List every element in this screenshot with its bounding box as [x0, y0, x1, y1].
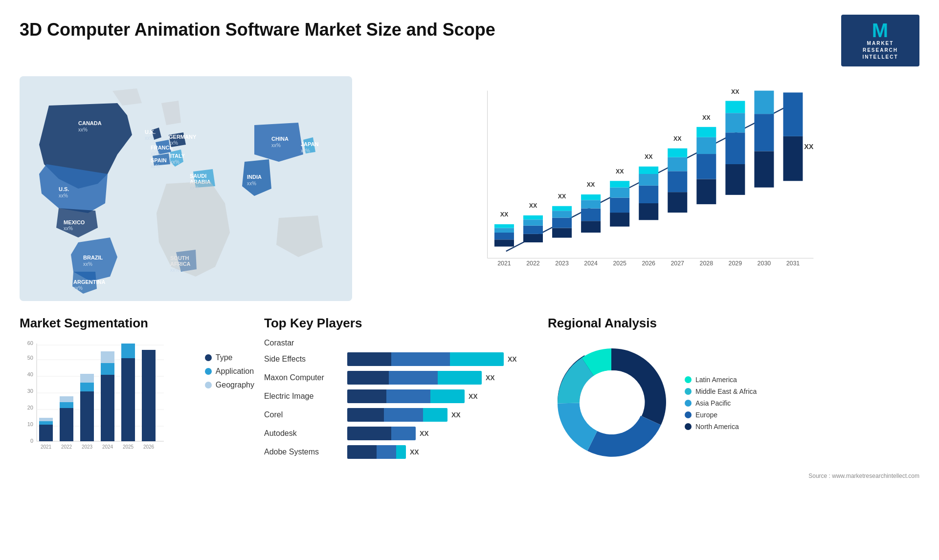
- uk-label: U.K.: [145, 129, 156, 135]
- player-xx-maxon: XX: [486, 374, 495, 382]
- svg-text:30: 30: [27, 388, 33, 394]
- svg-text:xx%: xx%: [64, 226, 73, 231]
- svg-text:2030: 2030: [758, 260, 771, 267]
- svg-rect-104: [60, 408, 73, 441]
- svg-rect-119: [142, 350, 156, 441]
- north-america-label: North America: [695, 423, 739, 431]
- svg-rect-47: [610, 198, 629, 213]
- top-section: CANADA xx% U.S. xx% MEXICO xx% BRAZIL xx…: [20, 76, 919, 301]
- svg-rect-64: [696, 179, 716, 204]
- player-adobe: Adobe Systems XX: [264, 445, 538, 459]
- middle-east-africa-label: Middle East & Africa: [695, 388, 757, 395]
- svg-rect-101: [39, 421, 53, 425]
- svg-text:xx%: xx%: [170, 159, 179, 165]
- svg-rect-22: [494, 239, 514, 246]
- svg-rect-100: [39, 425, 53, 441]
- seg-chart-svg-wrap: 0 10 20 30 40 50 60: [20, 339, 195, 463]
- svg-text:2027: 2027: [671, 260, 684, 267]
- svg-text:2026: 2026: [642, 260, 655, 267]
- application-dot: [205, 368, 212, 375]
- svg-text:xx%: xx%: [301, 148, 310, 153]
- svg-rect-106: [60, 396, 73, 402]
- player-name-electric: Electric Image: [264, 392, 342, 401]
- svg-text:xx%: xx%: [271, 143, 281, 148]
- logo-m-letter: M: [872, 21, 889, 40]
- svg-rect-116: [121, 358, 135, 441]
- europe-label: Europe: [695, 411, 717, 419]
- key-players-title: Top Key Players: [264, 316, 538, 331]
- geography-dot: [205, 382, 212, 388]
- logo: M MARKET RESEARCH INTELLECT: [841, 15, 919, 66]
- svg-rect-117: [121, 344, 135, 358]
- svg-text:2024: 2024: [584, 260, 598, 267]
- svg-rect-53: [639, 186, 658, 203]
- svg-rect-109: [80, 383, 94, 391]
- europe-dot: [685, 411, 692, 418]
- asia-pacific-dot: [685, 400, 692, 407]
- svg-rect-102: [39, 418, 53, 421]
- svg-text:xx%: xx%: [247, 181, 256, 186]
- svg-text:2021: 2021: [41, 444, 52, 450]
- key-players-section: Top Key Players Corastar Side Effects: [264, 316, 538, 479]
- svg-rect-36: [552, 211, 572, 217]
- svg-rect-46: [610, 213, 629, 227]
- regional-title: Regional Analysis: [548, 316, 919, 331]
- svg-text:XX: XX: [760, 86, 768, 87]
- svg-rect-52: [639, 203, 658, 220]
- svg-rect-78: [754, 91, 774, 114]
- svg-rect-77: [754, 114, 774, 151]
- svg-rect-48: [610, 188, 629, 198]
- svg-text:XX: XX: [804, 143, 814, 151]
- players-list: Corastar Side Effects XX: [264, 339, 538, 459]
- svg-text:XX: XX: [702, 114, 711, 121]
- brazil-label: BRAZIL: [83, 255, 103, 260]
- world-map-container: CANADA xx% U.S. xx% MEXICO xx% BRAZIL xx…: [20, 76, 352, 301]
- legend-application: Application: [205, 367, 254, 376]
- svg-rect-110: [80, 374, 94, 383]
- bar-maxon: [347, 371, 482, 385]
- svg-text:2022: 2022: [61, 444, 72, 450]
- svg-rect-37: [552, 206, 572, 211]
- svg-rect-24: [494, 228, 514, 233]
- donut-chart-wrap: [548, 339, 675, 468]
- regional-inner: Latin America Middle East & Africa Asia …: [548, 339, 919, 468]
- canada-label: CANADA: [78, 120, 102, 126]
- svg-text:2023: 2023: [555, 260, 569, 267]
- legend-middle-east-africa: Middle East & Africa: [685, 388, 757, 395]
- growth-bar-chart-svg: XX 2021 XX 2022 XX 2023 XX 2024: [391, 86, 910, 281]
- svg-text:xx%: xx%: [169, 140, 178, 146]
- svg-rect-72: [725, 113, 745, 132]
- svg-text:xx%: xx%: [145, 135, 154, 141]
- source-text: Source : www.marketresearchintellect.com: [548, 473, 919, 479]
- svg-rect-65: [696, 154, 716, 179]
- player-bar-electric: XX: [347, 389, 538, 403]
- svg-text:XX: XX: [500, 211, 509, 218]
- svg-rect-49: [610, 181, 629, 187]
- svg-text:2031: 2031: [786, 260, 800, 267]
- header: 3D Computer Animation Software Market Si…: [20, 15, 919, 66]
- mexico-label: MEXICO: [64, 219, 85, 225]
- svg-text:2025: 2025: [613, 260, 626, 267]
- segmentation-section: Market Segmentation 0 10 20 30 40 50 60: [20, 316, 254, 479]
- page-title: 3D Computer Animation Software Market Si…: [20, 20, 495, 40]
- svg-rect-82: [783, 92, 803, 136]
- svg-text:2023: 2023: [82, 444, 93, 450]
- svg-rect-114: [101, 351, 114, 363]
- bar-autodesk: [347, 427, 416, 440]
- svg-text:XX: XX: [558, 193, 566, 200]
- svg-rect-61: [668, 149, 687, 157]
- svg-text:0: 0: [30, 438, 33, 444]
- svg-text:xx%: xx%: [59, 193, 68, 198]
- player-name-autodesk: Autodesk: [264, 429, 342, 438]
- segmentation-title: Market Segmentation: [20, 316, 254, 331]
- middle-east-africa-dot: [685, 388, 692, 395]
- svg-rect-81: [783, 136, 803, 181]
- player-xx-side-effects: XX: [508, 355, 517, 363]
- svg-rect-55: [639, 167, 658, 174]
- svg-text:2025: 2025: [123, 444, 134, 450]
- svg-rect-71: [725, 132, 745, 164]
- svg-text:2026: 2026: [143, 444, 155, 450]
- svg-text:2024: 2024: [102, 444, 113, 450]
- svg-text:XX: XX: [645, 153, 653, 160]
- legend-europe: Europe: [685, 411, 757, 419]
